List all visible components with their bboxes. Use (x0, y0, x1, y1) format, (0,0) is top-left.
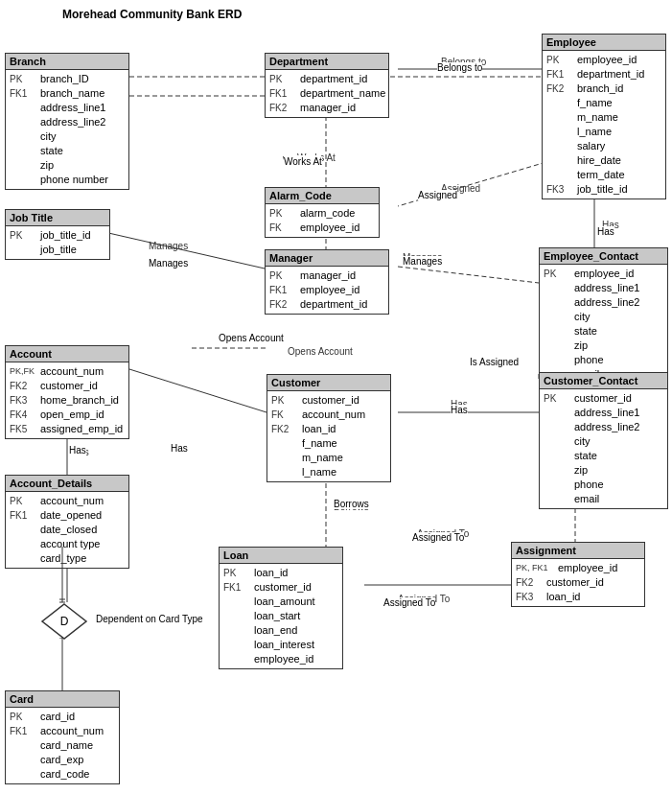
diagram-title: Morehead Community Bank ERD (62, 8, 242, 21)
entity-department-body: PKdepartment_id FK1department_name FK2ma… (266, 70, 388, 117)
branch-row-3-attr: address_line1 (40, 101, 106, 115)
entity-job-title: Job Title PKjob_title_id job_title (5, 209, 110, 260)
entity-account-body: PK,FKaccount_num FK2customer_id FK3home_… (6, 362, 128, 438)
erd-container: Morehead Community Bank ERD Belongs to A… (0, 0, 672, 794)
entity-account: Account PK,FKaccount_num FK2customer_id … (5, 345, 129, 439)
entity-customer-contact-header: Customer_Contact (540, 373, 667, 389)
entity-branch-body: PKbranch_ID FK1branch_name address_line1… (6, 70, 128, 189)
entity-customer-body: PKcustomer_id FKaccount_num FK2loan_id f… (267, 391, 390, 481)
entity-employee-header: Employee (543, 35, 665, 51)
entity-account-header: Account (6, 346, 128, 362)
entity-manager-body: PKmanager_id FK1employee_id FK2departmen… (266, 267, 388, 314)
entity-job-title-body: PKjob_title_id job_title (6, 226, 109, 259)
branch-row-5-attr: city (40, 129, 57, 144)
rel-has-emp-contact: Has (597, 226, 614, 237)
rel-is-assigned: Is Assigned (470, 357, 519, 367)
svg-text:Manages: Manages (149, 241, 188, 251)
branch-row-2-attr: branch_name (40, 86, 104, 101)
rel-works-at-label: Works At (284, 156, 322, 167)
entity-loan: Loan PKloan_id FK1customer_id loan_amoun… (219, 547, 343, 669)
rel-assigned-to-2: Assigned To (412, 532, 464, 543)
svg-text:D: D (60, 615, 69, 628)
branch-row-7-attr: zip (40, 158, 54, 173)
entity-customer-header: Customer (267, 375, 390, 391)
entity-branch-header: Branch (6, 54, 128, 70)
branch-row-8-attr: phone number (40, 173, 108, 187)
dependent-label: Dependent on Card Type (96, 614, 203, 624)
rel-manages-left: Manages (149, 258, 188, 269)
entity-card-body: PKcard_id FK1account_num card_name card_… (6, 708, 119, 783)
entity-assignment: Assignment PK, FK1employee_id FK2custome… (511, 542, 645, 607)
entity-assignment-header: Assignment (512, 543, 644, 559)
rel-manages-right: Manages (403, 256, 442, 267)
svg-line-12 (398, 267, 539, 283)
line-diamond-card (58, 638, 67, 693)
entity-loan-body: PKloan_id FK1customer_id loan_amount loa… (220, 564, 342, 668)
entity-employee-contact: Employee_Contact PKemployee_id address_l… (539, 247, 668, 385)
entity-customer-contact-body: PKcustomer_id address_line1 address_line… (540, 389, 667, 508)
line-details-diamond (58, 547, 67, 604)
entity-department-header: Department (266, 54, 388, 70)
rel-has-customer-contact: Has (451, 405, 468, 415)
entity-branch: Branch PKbranch_ID FK1branch_name addres… (5, 53, 129, 190)
rel-assigned: Assigned (418, 190, 457, 200)
diamond-dependent: D (40, 602, 88, 641)
entity-employee-body: PKemployee_id FK1department_id FK2branch… (543, 51, 665, 198)
branch-row-2-key: FK1 (10, 86, 36, 101)
svg-line-14 (129, 369, 266, 412)
entity-account-details-body: PKaccount_num FK1date_opened date_closed… (6, 492, 128, 568)
entity-card: Card PKcard_id FK1account_num card_name … (5, 690, 120, 784)
rel-has-details: Has (69, 445, 86, 455)
entity-manager: Manager PKmanager_id FK1employee_id FK2d… (265, 249, 389, 315)
entity-assignment-body: PK, FK1employee_id FK2customer_id FK3loa… (512, 559, 644, 606)
rel-opens-account: Opens Account (219, 333, 284, 343)
entity-manager-header: Manager (266, 250, 388, 267)
entity-employee-contact-body: PKemployee_id address_line1 address_line… (540, 265, 667, 384)
entity-account-details: Account_Details PKaccount_num FK1date_op… (5, 475, 129, 569)
entity-customer: Customer PKcustomer_id FKaccount_num FK2… (266, 374, 391, 482)
branch-row-6-attr: state (40, 144, 63, 158)
entity-alarm-code-body: PKalarm_code FKemployee_id (266, 204, 379, 237)
entity-employee-contact-header: Employee_Contact (540, 248, 667, 265)
entity-alarm-code: Alarm_Code PKalarm_code FKemployee_id (265, 187, 380, 238)
rel-has-account: Has (171, 443, 188, 454)
rel-assigned-to-1: Assigned To (383, 597, 435, 608)
entity-alarm-code-header: Alarm_Code (266, 188, 379, 204)
branch-row-1-key: PK (10, 72, 36, 86)
svg-text:Opens Account: Opens Account (288, 346, 353, 357)
entity-job-title-header: Job Title (6, 210, 109, 226)
branch-row-4-attr: address_line2 (40, 115, 106, 129)
entity-customer-contact: Customer_Contact PKcustomer_id address_l… (539, 372, 668, 509)
branch-row-1-attr: branch_ID (40, 72, 89, 86)
entity-department: Department PKdepartment_id FK1department… (265, 53, 389, 118)
entity-card-header: Card (6, 691, 119, 708)
rel-borrows: Borrows (334, 499, 369, 509)
entity-loan-header: Loan (220, 548, 342, 564)
rel-belongs-to: Belongs to (437, 62, 482, 73)
entity-employee: Employee PKemployee_id FK1department_id … (542, 34, 666, 199)
entity-account-details-header: Account_Details (6, 476, 128, 492)
